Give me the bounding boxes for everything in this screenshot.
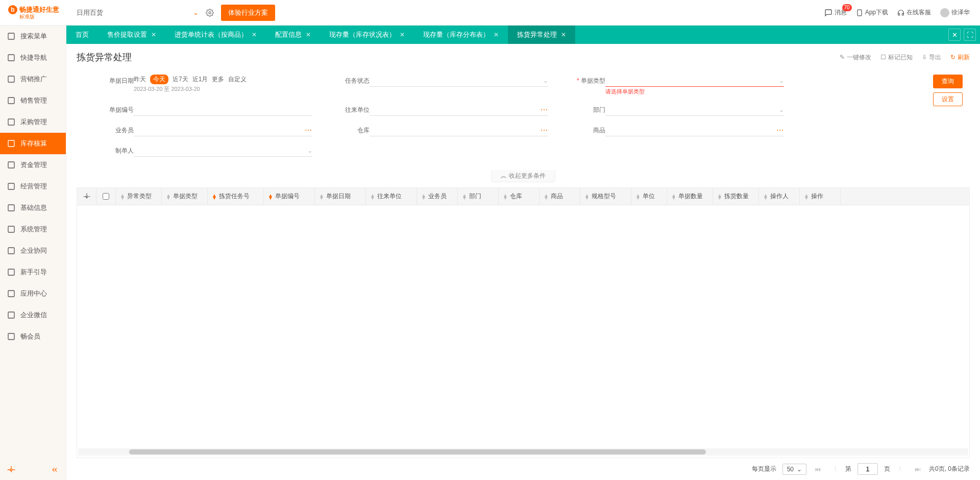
sidebar-item-4[interactable]: 采购管理	[0, 111, 66, 133]
close-icon[interactable]: ✕	[494, 31, 499, 38]
sidebar-item-9[interactable]: 系统管理	[0, 219, 66, 240]
brand-edition: 标准版	[19, 13, 35, 20]
per-page-select[interactable]: 50 ⌄	[782, 464, 806, 475]
pager-prev[interactable]: 〈	[829, 465, 839, 473]
product-picker[interactable]: ⋯	[605, 124, 784, 136]
col-12[interactable]: ▲▼单据数量	[667, 188, 713, 205]
col-10[interactable]: ▲▼规格型号	[580, 188, 631, 205]
col-15[interactable]: ▲▼操作	[800, 188, 841, 205]
export-action[interactable]: ⇩ 导出	[922, 53, 941, 62]
col-9[interactable]: ▲▼商品	[540, 188, 580, 205]
sidebar-item-label: 资金管理	[20, 160, 47, 170]
col-0[interactable]: ▲▼异常类型	[116, 188, 162, 205]
sidebar-item-10[interactable]: 企业协同	[0, 240, 66, 261]
table-settings-col[interactable]	[77, 188, 96, 205]
messages-link[interactable]: 消息 70	[824, 8, 847, 17]
setting-button[interactable]: 设置	[933, 92, 963, 106]
doc-no-input[interactable]	[134, 104, 312, 116]
close-icon[interactable]: ✕	[252, 31, 257, 38]
select-all-col[interactable]	[96, 188, 116, 205]
date-opt-custom[interactable]: 自定义	[228, 75, 247, 84]
sidebar-item-0[interactable]: 搜索菜单	[0, 26, 66, 47]
col-5[interactable]: ▲▼往来单位	[366, 188, 417, 205]
partner-picker[interactable]: ⋯	[370, 104, 548, 116]
shop-selector[interactable]: 日用百货 ⌄	[77, 8, 199, 17]
sidebar-item-14[interactable]: 畅会员	[0, 326, 66, 347]
horizontal-scrollbar[interactable]	[78, 448, 968, 455]
sidebar-item-7[interactable]: 经营管理	[0, 176, 66, 197]
tab-4[interactable]: 现存量（库存状况表）✕	[320, 26, 414, 44]
sidebar-item-5[interactable]: 库存核算	[0, 133, 66, 154]
mark-read-action[interactable]: ☐ 标记已知	[880, 53, 913, 62]
doc-type-select[interactable]: ⌄	[605, 75, 784, 87]
sidebar-icon	[7, 268, 15, 276]
collapse-sidebar-icon[interactable]	[51, 466, 59, 474]
select-all-checkbox[interactable]	[103, 193, 109, 200]
col-7[interactable]: ▲▼部门	[458, 188, 499, 205]
sidebar-item-6[interactable]: 资金管理	[0, 154, 66, 176]
salesman-picker[interactable]: ⋯	[134, 124, 312, 136]
pager-first[interactable]: ⏮	[813, 466, 823, 473]
sidebar-item-1[interactable]: 快捷导航	[0, 47, 66, 68]
col-8[interactable]: ▲▼仓库	[499, 188, 540, 205]
page-input[interactable]	[857, 463, 878, 475]
svg-rect-6	[8, 98, 14, 104]
scroll-thumb[interactable]	[129, 449, 706, 454]
tab-0[interactable]: 首页	[66, 26, 98, 44]
tab-3[interactable]: 配置信息✕	[266, 26, 320, 44]
pager-next[interactable]: 〉	[896, 465, 906, 473]
tab-2[interactable]: 进货单统计表（按商品）✕	[165, 26, 266, 44]
sidebar-item-8[interactable]: 基础信息	[0, 197, 66, 219]
col-1[interactable]: ▲▼单据类型	[162, 188, 208, 205]
close-icon[interactable]: ✕	[151, 31, 156, 38]
user-menu[interactable]: 徐泽华	[940, 8, 970, 17]
col-6[interactable]: ▲▼业务员	[417, 188, 458, 205]
date-opt-1m[interactable]: 近1月	[192, 75, 208, 84]
sidebar-item-13[interactable]: 企业微信	[0, 304, 66, 326]
col-14[interactable]: ▲▼操作人	[759, 188, 800, 205]
date-opt-7d[interactable]: 近7天	[173, 75, 188, 84]
close-icon[interactable]: ✕	[561, 31, 566, 38]
col-13[interactable]: ▲▼拣货数量	[713, 188, 759, 205]
date-opt-today[interactable]: 今天	[150, 75, 168, 84]
sidebar-item-2[interactable]: 营销推广	[0, 68, 66, 90]
tab-6[interactable]: 拣货异常处理✕	[508, 26, 575, 44]
collapse-filters-toggle[interactable]: ︽收起更多条件	[77, 168, 970, 184]
task-status-select[interactable]: ⌄	[370, 75, 548, 87]
dept-select[interactable]: ⌄	[605, 104, 784, 116]
warehouse-picker[interactable]: ⋯	[370, 124, 548, 136]
sidebar-footer	[0, 460, 66, 480]
svg-rect-3	[8, 33, 14, 39]
col-label: 规格型号	[592, 192, 616, 201]
sort-icon: ▲▼	[635, 194, 641, 199]
gear-icon[interactable]	[206, 9, 214, 17]
date-opt-more[interactable]: 更多	[212, 75, 224, 84]
query-button[interactable]: 查询	[933, 75, 963, 88]
pager-last[interactable]: ⏭	[913, 466, 923, 473]
col-4[interactable]: ▲▼单据日期	[315, 188, 366, 205]
close-icon[interactable]: ✕	[400, 31, 405, 38]
fullscreen-icon[interactable]: ⛶	[964, 29, 976, 41]
refresh-icon: ↻	[950, 54, 955, 61]
sidebar: 搜索菜单快捷导航营销推广销售管理采购管理库存核算资金管理经营管理基础信息系统管理…	[0, 26, 66, 480]
sidebar-item-12[interactable]: 应用中心	[0, 283, 66, 304]
col-2[interactable]: ▲▼拣货任务号	[208, 188, 264, 205]
creator-select[interactable]: ⌄	[134, 145, 312, 157]
field-doc-no: 单据编号	[97, 104, 312, 116]
settings-icon[interactable]	[7, 466, 15, 474]
sidebar-item-11[interactable]: 新手引导	[0, 261, 66, 283]
close-all-tabs-icon[interactable]: ✕	[948, 29, 961, 41]
try-industry-button[interactable]: 体验行业方案	[221, 5, 275, 21]
col-3[interactable]: ▲▼单据编号	[264, 188, 315, 205]
app-download-link[interactable]: App下载	[856, 8, 888, 17]
sidebar-item-3[interactable]: 销售管理	[0, 90, 66, 111]
batch-edit-action[interactable]: ✎ 一键修改	[840, 53, 871, 62]
col-11[interactable]: ▲▼单位	[631, 188, 667, 205]
date-opt-yesterday[interactable]: 昨天	[134, 75, 146, 84]
sort-icon: ▲▼	[671, 194, 676, 199]
close-icon[interactable]: ✕	[306, 31, 311, 38]
tab-1[interactable]: 售价提取设置✕	[98, 26, 165, 44]
tab-5[interactable]: 现存量（库存分布表）✕	[414, 26, 508, 44]
refresh-action[interactable]: ↻ 刷新	[950, 53, 970, 62]
online-service-link[interactable]: 在线客服	[897, 8, 931, 17]
